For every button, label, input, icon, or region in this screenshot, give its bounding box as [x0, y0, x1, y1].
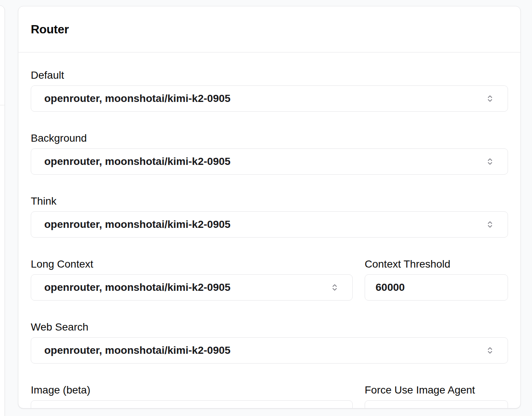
think-model-value: openrouter, moonshotai/kimi-k2-0905 [44, 218, 230, 230]
adjacent-card-edge [0, 5, 5, 416]
adjacent-card-divider [0, 105, 5, 105]
web-search-model-select[interactable]: openrouter, moonshotai/kimi-k2-0905 [31, 337, 508, 364]
background-model-select[interactable]: openrouter, moonshotai/kimi-k2-0905 [31, 148, 508, 175]
router-card-content: Default openrouter, moonshotai/kimi-k2-0… [18, 52, 520, 409]
think-model-select[interactable]: openrouter, moonshotai/kimi-k2-0905 [31, 211, 508, 238]
settings-screen: Router Default openrouter, moonshotai/ki… [0, 0, 532, 416]
chevrons-up-down-icon [486, 220, 494, 229]
field-long-context: Long Context openrouter, moonshotai/kimi… [31, 259, 353, 301]
field-web-search: Web Search openrouter, moonshotai/kimi-k… [31, 322, 508, 364]
context-threshold-label: Context Threshold [365, 259, 508, 269]
context-threshold-input[interactable] [365, 274, 508, 301]
long-context-model-value: openrouter, moonshotai/kimi-k2-0905 [44, 281, 230, 293]
background-model-value: openrouter, moonshotai/kimi-k2-0905 [44, 156, 230, 168]
web-search-label: Web Search [31, 322, 508, 332]
long-context-label: Long Context [31, 259, 353, 269]
web-search-model-value: openrouter, moonshotai/kimi-k2-0905 [44, 344, 230, 356]
chevrons-up-down-icon [486, 157, 494, 166]
long-context-row: Long Context openrouter, moonshotai/kimi… [31, 259, 508, 301]
default-model-value: openrouter, moonshotai/kimi-k2-0905 [44, 93, 230, 105]
page-title: Router [31, 22, 69, 36]
default-model-select[interactable]: openrouter, moonshotai/kimi-k2-0905 [31, 85, 508, 112]
image-label: Image (beta) [31, 385, 353, 395]
router-card-header: Router [18, 6, 520, 52]
long-context-model-select[interactable]: openrouter, moonshotai/kimi-k2-0905 [31, 274, 353, 301]
default-label: Default [31, 70, 508, 81]
chevrons-up-down-icon [331, 283, 339, 292]
field-background: Background openrouter, moonshotai/kimi-k… [31, 133, 508, 175]
field-think: Think openrouter, moonshotai/kimi-k2-090… [31, 196, 508, 238]
chevrons-up-down-icon [486, 94, 494, 103]
force-use-image-agent-input[interactable] [365, 400, 508, 409]
field-image: Image (beta) [31, 385, 353, 409]
background-label: Background [31, 133, 508, 144]
chevrons-up-down-icon [486, 346, 494, 355]
image-row: Image (beta) Force Use Image Agent [31, 385, 508, 409]
field-default: Default openrouter, moonshotai/kimi-k2-0… [31, 70, 508, 112]
force-use-image-agent-label: Force Use Image Agent [365, 385, 508, 395]
field-force-use-image-agent: Force Use Image Agent [365, 385, 508, 409]
image-model-select[interactable] [31, 400, 353, 409]
router-card: Router Default openrouter, moonshotai/ki… [18, 6, 521, 409]
think-label: Think [31, 196, 508, 207]
field-context-threshold: Context Threshold [365, 259, 508, 301]
